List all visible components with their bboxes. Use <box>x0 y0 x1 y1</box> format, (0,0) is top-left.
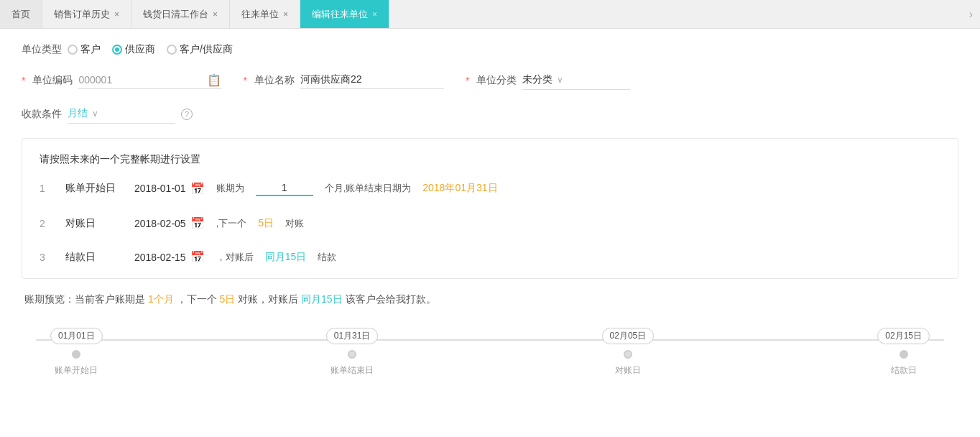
row-3-calendar-icon[interactable]: 📅 <box>190 250 205 264</box>
radio-supplier-label: 供应商 <box>125 43 155 56</box>
tab-cash-work-label: 钱货日清工作台 <box>143 8 208 21</box>
tab-bar: 首页 销售订单历史 × 钱货日清工作台 × 往来单位 × 编辑往来单位 × › <box>0 0 980 29</box>
row-2-date-value: 2018-02-05 <box>134 218 186 229</box>
tab-cash-work[interactable]: 钱货日清工作台 × <box>131 0 230 28</box>
radio-customer-supplier-circle <box>167 45 177 55</box>
tab-sales-history[interactable]: 销售订单历史 × <box>42 0 131 28</box>
tab-partner[interactable]: 往来单位 × <box>230 0 300 28</box>
unit-name-group: * 单位名称 <box>243 71 443 89</box>
tab-home[interactable]: 首页 <box>0 0 42 28</box>
main-content: 单位类型 客户 供应商 客户/供应商 * 单位编码 <box>0 29 980 437</box>
unit-code-input-wrapper: 📋 <box>78 71 221 89</box>
timeline-badge-2: 01月31日 <box>326 328 379 344</box>
row-3-desc-suffix: 结款 <box>318 251 336 264</box>
grid-row-3: 3 结款日 2018-02-15 📅 ，对账后 同月15日 结款 <box>40 250 940 264</box>
tab-home-label: 首页 <box>11 8 30 21</box>
tab-edit-partner[interactable]: 编辑往来单位 × <box>300 0 389 28</box>
preview-highlight1: 1个月 <box>148 293 174 305</box>
unit-category-select[interactable]: 未分类 ∨ <box>522 70 630 90</box>
preview-suffix: 该客户会给我打款。 <box>346 293 436 305</box>
row-2-number: 2 <box>40 218 54 229</box>
unit-type-group: 单位类型 客户 供应商 客户/供应商 <box>22 43 233 56</box>
timeline-date-3: 02月05日 <box>610 331 647 341</box>
unit-name-star: * <box>243 75 246 86</box>
tab-cash-work-close[interactable]: × <box>213 9 218 19</box>
tab-sales-history-close[interactable]: × <box>114 9 119 19</box>
unit-code-label: 单位编码 <box>32 74 73 87</box>
payment-terms-arrow: ∨ <box>92 109 98 119</box>
timeline-badge-3: 02月05日 <box>602 328 655 344</box>
timeline-point-2: 01月31日 账单结束日 <box>326 328 379 377</box>
row-3-date-value: 2018-02-15 <box>134 252 186 263</box>
row-3-date-field: 2018-02-15 📅 <box>134 250 205 264</box>
row-1-label: 账单开始日 <box>65 182 123 195</box>
timeline-point-3: 02月05日 对账日 <box>602 328 655 377</box>
timeline-dot-3 <box>624 350 632 359</box>
unit-code-input[interactable] <box>78 71 204 88</box>
unit-category-arrow: ∨ <box>557 75 563 85</box>
radio-customer[interactable]: 客户 <box>68 43 101 56</box>
payment-terms-value: 月结 <box>68 107 88 120</box>
row-2-label: 对账日 <box>65 217 123 230</box>
row-2-calendar-icon[interactable]: 📅 <box>190 216 205 230</box>
payment-terms-select[interactable]: 月结 ∨ <box>68 104 175 124</box>
period-input[interactable] <box>256 180 313 196</box>
payment-terms-row: 收款条件 月结 ∨ ? <box>22 104 958 124</box>
unit-category-group: * 单位分类 未分类 ∨ <box>466 70 630 90</box>
tab-edit-partner-close[interactable]: × <box>372 9 377 19</box>
section-title: 请按照未来的一个完整帐期进行设置 <box>40 153 940 166</box>
radio-supplier-circle <box>112 45 122 55</box>
timeline-label-3: 对账日 <box>615 364 641 377</box>
radio-supplier[interactable]: 供应商 <box>112 43 155 56</box>
radio-customer-circle <box>68 45 78 55</box>
preview-text: 账期预览：当前客户账期是 1个月 ，下一个 5日 对账，对账后 同月15日 该客… <box>22 293 958 306</box>
tab-partner-label: 往来单位 <box>241 8 279 21</box>
row-1-date-field: 2018-01-01 📅 <box>134 182 205 196</box>
timeline-wrapper: 01月01日 账单开始日 01月31日 账单结束日 02月05日 对账日 <box>22 328 958 377</box>
unit-info-row: * 单位编码 📋 * 单位名称 * 单位分类 未分类 ∨ <box>22 70 958 90</box>
timeline-date-1: 01月01日 <box>58 331 95 341</box>
row-2-desc-prefix: ,下一个 <box>216 217 247 230</box>
unit-code-icon[interactable]: 📋 <box>207 73 221 87</box>
timeline-point-1: 01月01日 账单开始日 <box>50 328 103 377</box>
row-1-number: 1 <box>40 183 54 194</box>
unit-category-star: * <box>466 75 469 86</box>
radio-customer-supplier[interactable]: 客户/供应商 <box>167 43 233 56</box>
timeline-date-2: 01月31日 <box>334 331 371 341</box>
tab-expand-icon[interactable]: › <box>962 8 980 21</box>
preview-highlight3: 同月15日 <box>301 293 343 305</box>
timeline-label-4: 结款日 <box>891 364 917 377</box>
preview-highlight2: 5日 <box>219 293 235 305</box>
unit-type-row: 单位类型 客户 供应商 客户/供应商 <box>22 43 958 56</box>
row-1-period-unit: 个月,账单结束日期为 <box>325 182 412 195</box>
row-2-date-field: 2018-02-05 📅 <box>134 216 205 230</box>
timeline-date-4: 02月15日 <box>885 331 922 341</box>
unit-name-label: 单位名称 <box>254 74 295 87</box>
preview-middle2: 对账，对账后 <box>238 293 298 305</box>
tab-sales-history-label: 销售订单历史 <box>54 8 110 21</box>
preview-middle1: ，下一个 <box>177 293 217 305</box>
radio-group: 客户 供应商 客户/供应商 <box>68 43 233 56</box>
timeline-badge-1: 01月01日 <box>50 328 103 344</box>
row-1-date-value: 2018-01-01 <box>134 183 186 194</box>
row-3-desc-prefix: ，对账后 <box>216 251 254 264</box>
grid-row-1: 1 账单开始日 2018-01-01 📅 账期为 个月,账单结束日期为 2018… <box>40 180 940 196</box>
unit-code-group: * 单位编码 📋 <box>22 71 221 89</box>
payment-terms-help-icon[interactable]: ? <box>181 109 193 120</box>
row-1-end-date: 2018年01月31日 <box>422 182 497 195</box>
timeline-dot-4 <box>900 350 908 359</box>
timeline-label-1: 账单开始日 <box>55 364 98 377</box>
radio-customer-label: 客户 <box>80 43 101 56</box>
timeline-badge-4: 02月15日 <box>877 328 930 344</box>
payment-terms-group: 收款条件 月结 ∨ ? <box>22 104 193 124</box>
tab-partner-close[interactable]: × <box>283 9 288 19</box>
unit-name-input[interactable] <box>300 71 444 89</box>
tab-edit-partner-label: 编辑往来单位 <box>312 8 368 21</box>
timeline-label-2: 账单结束日 <box>330 364 374 377</box>
row-1-period-label: 账期为 <box>216 182 244 195</box>
payment-terms-label: 收款条件 <box>22 108 62 121</box>
timeline-points: 01月01日 账单开始日 01月31日 账单结束日 02月05日 对账日 <box>50 328 930 377</box>
unit-code-star: * <box>22 75 25 86</box>
timeline-dot-2 <box>348 350 356 359</box>
row-1-calendar-icon[interactable]: 📅 <box>190 182 205 196</box>
